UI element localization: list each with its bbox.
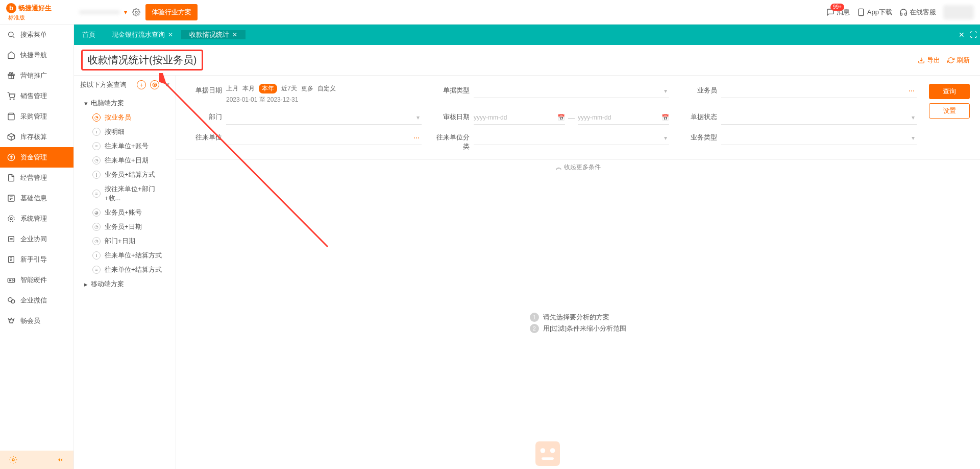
- tree-leaf-0-4[interactable]: ⫿业务员+结算方式: [74, 168, 176, 182]
- experience-button[interactable]: 体验行业方案: [145, 4, 198, 20]
- org-selector[interactable]: ▾: [79, 9, 127, 16]
- svg-line-4: [13, 36, 14, 38]
- sidebar-item-6[interactable]: 资金管理: [0, 147, 74, 168]
- date-preset-自定义[interactable]: 自定义: [317, 84, 336, 93]
- tree-leaf-0-9[interactable]: ⫾往来单位+结算方式: [74, 248, 176, 263]
- sidebar-item-10[interactable]: 企业协同: [0, 229, 74, 249]
- tree-leaf-0-2[interactable]: ≡往来单位+账号: [74, 139, 176, 153]
- tab-fullscreen-icon[interactable]: ⛶: [970, 31, 977, 39]
- sidebar-item-0[interactable]: 搜索菜单: [0, 25, 74, 45]
- user-avatar-blurred[interactable]: [943, 5, 974, 19]
- audit-date-to[interactable]: yyyy-mm-dd📅: [578, 110, 669, 125]
- sidebar-item-7[interactable]: 经营管理: [0, 168, 74, 188]
- sidebar-item-label: 采购管理: [20, 112, 47, 121]
- tab-2[interactable]: 收款情况统计✕: [181, 30, 246, 39]
- refresh-button[interactable]: 刷新: [947, 56, 970, 65]
- settings-button[interactable]: 设置: [929, 103, 970, 119]
- tree-leaf-0-5[interactable]: ≡按往来单位+部门+收...: [74, 182, 176, 205]
- filter-bill-status: 单据状态 ▾: [681, 110, 917, 125]
- tree-leaf-0-3[interactable]: ◔往来单位+日期: [74, 153, 176, 168]
- tree-group-0[interactable]: ▾电脑端方案: [74, 96, 176, 110]
- sidebar-item-1[interactable]: 快捷导航: [0, 45, 74, 65]
- tree-leaf-0-6[interactable]: ◕业务员+账号: [74, 205, 176, 220]
- money-icon: [7, 153, 15, 161]
- date-preset-近7天[interactable]: 近7天: [281, 84, 297, 93]
- svg-rect-32: [542, 457, 554, 460]
- footer-collapse-icon[interactable]: [56, 456, 64, 464]
- doc-icon: [7, 174, 15, 182]
- guide-icon: [7, 255, 15, 264]
- scheme-title: 按以下方案查询: [80, 80, 127, 89]
- sidebar-item-label: 系统管理: [20, 214, 47, 223]
- tree-leaf-0-7[interactable]: ◔业务员+日期: [74, 220, 176, 234]
- svg-point-23: [12, 279, 13, 281]
- business-type-select[interactable]: ▾: [721, 131, 917, 145]
- sidebar-item-14[interactable]: 畅会员: [0, 311, 74, 331]
- department-select[interactable]: ▾: [226, 110, 422, 125]
- salesperson-select[interactable]: [721, 84, 917, 98]
- date-preset-本年[interactable]: 本年: [259, 84, 277, 93]
- filter-partner: 往来单位: [186, 131, 422, 151]
- collapse-filters-button[interactable]: ︽ 收起更多条件: [176, 159, 980, 175]
- tab-close-icon[interactable]: ✕: [168, 31, 173, 38]
- tree-leaf-0-8[interactable]: ◔部门+日期: [74, 234, 176, 248]
- export-button[interactable]: 导出: [918, 56, 940, 65]
- filter-area: 单据日期 上月本月本年近7天更多自定义 2023-01-01 至 2023-12…: [176, 76, 980, 469]
- partner-category-select[interactable]: ▾: [474, 131, 669, 145]
- svg-point-30: [540, 448, 545, 453]
- chart-icon: ⫾: [92, 251, 101, 260]
- sidebar-item-2[interactable]: 营销推广: [0, 65, 74, 86]
- sidebar-item-label: 营销推广: [20, 71, 47, 80]
- clock-icon: ◔: [92, 237, 101, 245]
- audit-date-from[interactable]: yyyy-mm-dd📅: [474, 110, 565, 125]
- date-preset-本月[interactable]: 本月: [242, 84, 255, 93]
- add-scheme-button[interactable]: ＋: [137, 80, 146, 89]
- sidebar-item-9[interactable]: 系统管理: [0, 208, 74, 229]
- chevron-icon: ▾: [84, 100, 88, 107]
- app-download-link[interactable]: App下载: [857, 8, 892, 17]
- filter-salesperson: 业务员: [681, 84, 917, 104]
- sidebar-item-label: 企业微信: [20, 296, 47, 305]
- list-icon: ≡: [92, 266, 101, 274]
- bar-icon: ⫿: [92, 171, 101, 179]
- date-presets: 上月本月本年近7天更多自定义: [226, 84, 422, 93]
- partner-select[interactable]: [226, 131, 422, 145]
- sidebar-item-4[interactable]: 采购管理: [0, 106, 74, 127]
- bill-status-select[interactable]: ▾: [721, 110, 917, 125]
- sidebar-item-13[interactable]: 企业微信: [0, 290, 74, 311]
- sidebar-item-3[interactable]: 销售管理: [0, 86, 74, 106]
- tree-group-1[interactable]: ▸移动端方案: [74, 277, 176, 291]
- chevron-down-icon: ▾: [124, 9, 127, 16]
- tree-leaf-0-0[interactable]: ◔按业务员: [74, 110, 176, 125]
- tab-close-all-icon[interactable]: ✕: [959, 31, 965, 39]
- sidebar-item-label: 经营管理: [20, 173, 47, 182]
- sidebar-item-label: 智能硬件: [20, 275, 47, 285]
- bill-type-select[interactable]: ▾: [474, 84, 669, 98]
- sidebar-item-5[interactable]: 库存核算: [0, 127, 74, 147]
- sidebar-item-11[interactable]: 新手引导: [0, 249, 74, 270]
- tree-leaf-0-10[interactable]: ≡往来单位+结算方式: [74, 263, 176, 277]
- footer-gear-icon[interactable]: [9, 456, 17, 464]
- cart-icon: [7, 92, 15, 100]
- tab-close-icon[interactable]: ✕: [232, 31, 237, 38]
- filter-bill-type: 单据类型 ▾: [434, 84, 669, 104]
- app-download-label: App下载: [867, 8, 892, 17]
- date-preset-更多[interactable]: 更多: [301, 84, 313, 93]
- messages-link[interactable]: 消息 99+: [826, 8, 850, 17]
- tab-1[interactable]: 现金银行流水查询✕: [104, 30, 181, 39]
- collapse-panel-icon[interactable]: «: [165, 80, 169, 89]
- tree-leaf-0-1[interactable]: ⫾按明细: [74, 125, 176, 139]
- messages-badge: 99+: [830, 4, 844, 11]
- vip-icon: [7, 317, 15, 325]
- online-service-link[interactable]: 在线客服: [899, 8, 936, 17]
- scheme-settings-button[interactable]: [150, 80, 159, 89]
- query-button[interactable]: 查询: [929, 84, 970, 99]
- date-preset-上月[interactable]: 上月: [226, 84, 238, 93]
- sidebar-item-8[interactable]: 基础信息: [0, 188, 74, 208]
- svg-point-16: [10, 218, 12, 220]
- chart-icon: ⫾: [92, 128, 101, 136]
- tab-0[interactable]: 首页: [74, 30, 104, 39]
- settings-gear-icon[interactable]: [132, 8, 140, 16]
- collapse-up-icon: ︽: [556, 163, 562, 172]
- sidebar-item-12[interactable]: 智能硬件: [0, 270, 74, 290]
